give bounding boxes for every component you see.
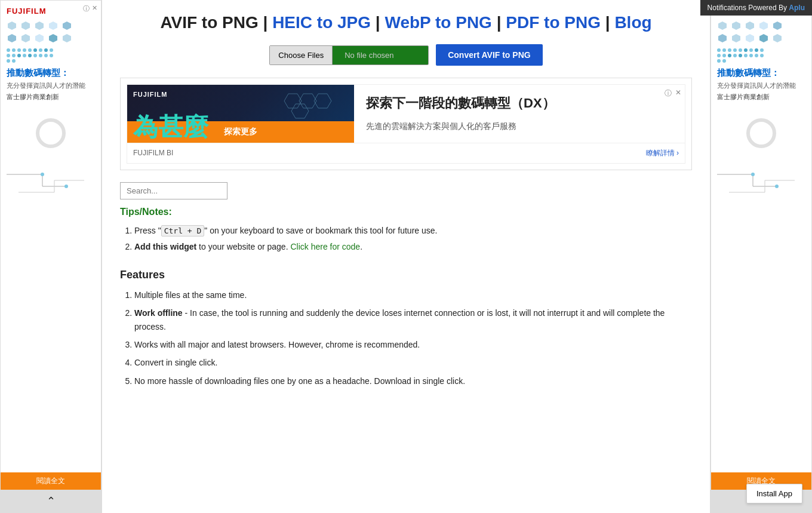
tips-list: Press "Ctrl + D" on your keyboard to sav… (120, 225, 692, 257)
right-ad-title: 推動數碼轉型： (717, 67, 780, 79)
svg-point-3 (41, 173, 44, 176)
left-ad-read-more-button[interactable]: 閱讀全文 (1, 472, 101, 490)
left-ad-logo: FUJIFILM (7, 7, 47, 16)
right-ad-cta: 富士膠片商業創新 (717, 93, 770, 102)
left-ad-circuit-decoration (7, 162, 90, 198)
fuji-ad-logo: FUJIFILM (133, 91, 168, 98)
notification-bar: Notifications Powered By Aplu (700, 0, 812, 16)
key-combo: Ctrl + D (161, 225, 205, 236)
feature-item-4: Convert in single click. (134, 356, 692, 369)
install-app-button[interactable]: Install App (746, 484, 802, 503)
right-sidebar-ad: ⓘ ✕ FUJIFILM (710, 0, 812, 513)
fuji-ad-headline: 探索下一階段的數碼轉型（DX） (366, 94, 673, 112)
svg-marker-11 (291, 104, 309, 118)
main-ad-controls: ⓘ ✕ (665, 88, 681, 99)
svg-point-16 (775, 185, 779, 188)
left-ad-circle-graphic (36, 118, 66, 148)
title-static: AVIF to PNG | (160, 13, 272, 32)
main-content: AVIF to PNG | HEIC to JPG | WebP to PNG … (102, 0, 710, 513)
main-ad-info-icon[interactable]: ⓘ (665, 88, 672, 99)
search-area (120, 182, 692, 199)
page-title: AVIF to PNG | HEIC to JPG | WebP to PNG … (120, 12, 692, 33)
fuji-ad: ⓘ ✕ FUJIFILM 為甚麼 富士膠片商業創新 (127, 84, 685, 163)
left-ad-subtitle: 充分發揮資訊與人才的潛能 (7, 81, 85, 90)
convert-button[interactable]: Convert AVIF to PNG (436, 44, 542, 66)
left-ad-cta: 富士膠片商業創新 (7, 93, 59, 102)
fuji-ad-image-side: FUJIFILM 為甚麼 富士膠片商業創新 能令企業脫穎而出？ 探索更多 (127, 85, 354, 142)
left-ad-title: 推動數碼轉型： (7, 67, 69, 79)
fuji-ad-description: 先進的雲端解決方案與個人化的客戶服務 (366, 119, 673, 133)
left-ad-info-icon[interactable]: ⓘ (83, 4, 90, 13)
left-ad-dot-decoration (7, 48, 54, 63)
file-name-display: No file chosen (333, 46, 428, 64)
search-input[interactable] (120, 182, 227, 199)
fuji-ad-cta-label: 探索更多 (224, 127, 257, 137)
fuji-ad-learn-more[interactable]: 瞭解詳情 › (646, 148, 679, 158)
feature-item-2: Work offline - In case, the tool is runn… (134, 306, 692, 333)
features-title: Features (120, 269, 692, 281)
left-scroll-up-button[interactable]: ⌃ (1, 490, 101, 512)
features-list: Multiple files at the same time. Work of… (120, 288, 692, 392)
left-ad-badge: ⓘ ✕ (83, 4, 97, 13)
file-input-area: Choose Files No file chosen Convert AVIF… (120, 44, 692, 66)
blog-link[interactable]: Blog (614, 13, 651, 32)
svg-point-15 (751, 173, 755, 176)
fuji-ad-text-side: 探索下一階段的數碼轉型（DX） 先進的雲端解決方案與個人化的客戶服務 (354, 85, 685, 142)
notification-text: Notifications Powered By (708, 4, 789, 12)
notification-brand: Aplu (789, 4, 805, 12)
main-ad-close-icon[interactable]: ✕ (675, 88, 681, 99)
heic-to-jpg-link[interactable]: HEIC to JPG (272, 13, 371, 32)
file-input-wrapper: Choose Files No file chosen (269, 45, 429, 65)
feature-item-3: Works with all major and latest browsers… (134, 338, 692, 351)
click-here-for-code-link[interactable]: Click here for code (290, 242, 360, 251)
choose-files-button[interactable]: Choose Files (270, 46, 333, 64)
right-ad-dot-decoration (717, 48, 765, 63)
fuji-ad-company: FUJIFILM BI (133, 149, 173, 157)
left-ad-close-icon[interactable]: ✕ (92, 4, 97, 13)
fuji-ad-big-text: 為甚麼 (133, 115, 208, 140)
tips-title: Tips/Notes: (120, 207, 692, 217)
webp-to-png-link[interactable]: WebP to PNG (385, 13, 491, 32)
svg-point-4 (64, 185, 68, 188)
tip-item-1: Press "Ctrl + D" on your keyboard to sav… (134, 225, 692, 237)
pdf-to-png-link[interactable]: PDF to PNG (506, 13, 601, 32)
right-ad-circuit-decoration (717, 162, 801, 198)
left-sidebar-ad: ⓘ ✕ FUJIFILM (0, 0, 102, 513)
right-ad-hex-decoration (717, 20, 784, 44)
tip-item-2: Add this widget to your website or page.… (134, 241, 692, 253)
right-ad-circle-graphic (746, 118, 776, 148)
main-ad-banner: ⓘ ✕ FUJIFILM 為甚麼 富士膠片商業創新 (120, 78, 692, 170)
fuji-ad-footer: FUJIFILM BI 瞭解詳情 › (127, 143, 685, 163)
feature-item-5: No more hassle of downloading files one … (134, 374, 692, 388)
feature-item-1: Multiple files at the same time. (134, 288, 692, 302)
fuji-ad-inner: FUJIFILM 為甚麼 富士膠片商業創新 能令企業脫穎而出？ 探索更多 (127, 85, 685, 142)
left-ad-hex-decoration (7, 20, 73, 44)
right-ad-subtitle: 充分發揮資訊與人才的潛能 (717, 81, 796, 90)
